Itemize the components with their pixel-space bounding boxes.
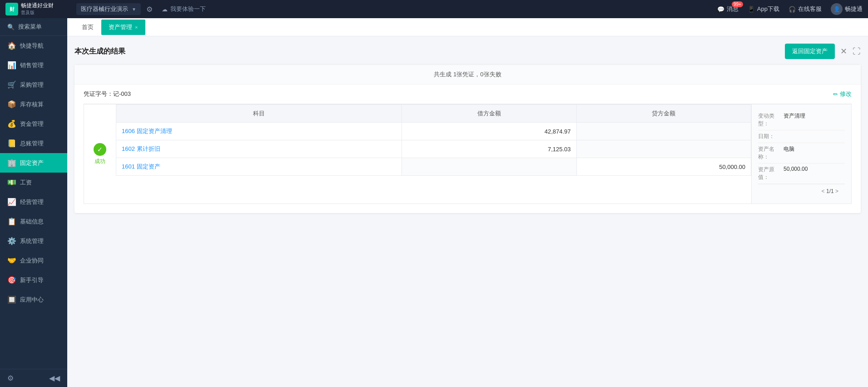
messages-button[interactable]: 💬 消息 99+: [717, 5, 739, 13]
online-service-label: 在线客服: [798, 5, 822, 13]
expand-panel-icon[interactable]: ⛶: [853, 47, 861, 56]
app-center-icon: 🔲: [7, 295, 15, 304]
sidebar-item-label: 资金管理: [20, 120, 44, 128]
success-icon-area: ✓ 成功: [84, 104, 116, 203]
voucher-container: ✓ 成功 科目: [84, 104, 852, 204]
sidebar-item-operations[interactable]: 📈 经营管理: [0, 192, 67, 212]
result-panel: 共生成 1张凭证，0张失败 凭证字号：记-003 ✏ 修改: [74, 64, 861, 213]
prev-page-icon[interactable]: <: [822, 188, 825, 194]
tab-close-icon[interactable]: ×: [135, 25, 138, 30]
row3-debit: [402, 158, 576, 176]
sidebar-item-quick-nav[interactable]: 🏠 快捷导航: [0, 36, 67, 55]
sidebar-item-ledger[interactable]: 📒 总账管理: [0, 134, 67, 153]
app-download-button[interactable]: 📱 App下载: [748, 5, 779, 13]
sidebar-item-funds[interactable]: 💰 资金管理: [0, 114, 67, 134]
row1-debit: 42,874.97: [402, 123, 576, 140]
tab-home[interactable]: 首页: [74, 20, 101, 35]
tab-assets-mgmt[interactable]: 资产管理 ×: [101, 20, 145, 35]
row2-subject: 1602 累计折旧: [116, 140, 402, 158]
sidebar-item-guide[interactable]: 🎯 新手引导: [0, 270, 67, 290]
close-panel-icon[interactable]: ✕: [840, 46, 847, 56]
system-icon: ⚙️: [7, 237, 15, 245]
voucher-header: 凭证字号：记-003 ✏ 修改: [84, 84, 852, 104]
table-row: 1606 固定资产清理 42,874.97: [116, 123, 751, 140]
workspace-settings-icon[interactable]: ⚙: [143, 2, 156, 16]
row2-debit: 7,125.03: [402, 140, 576, 158]
user-menu[interactable]: 👤 畅捷通: [831, 3, 863, 15]
headset-icon: 🎧: [789, 6, 796, 13]
return-button[interactable]: 返回固定资产: [785, 44, 835, 59]
edit-label: 修改: [840, 90, 852, 98]
user-icon: 👤: [833, 6, 840, 12]
workspace-selector[interactable]: 医疗器械行业演示 ▼: [76, 3, 141, 15]
sidebar-item-label: 总账管理: [20, 139, 44, 148]
change-type-label: 变动类型：: [758, 112, 784, 128]
voucher-left-container: ✓ 成功 科目: [84, 104, 751, 203]
info-row-change-type: 变动类型： 资产清理: [758, 110, 845, 130]
online-service-button[interactable]: 🎧 在线客服: [789, 5, 822, 13]
sales-icon: 📊: [7, 61, 15, 69]
summary-text: 共生成 1张凭证，0张失败: [434, 71, 501, 78]
edit-button[interactable]: ✏ 修改: [833, 90, 852, 98]
settings-icon[interactable]: ⚙: [7, 374, 14, 382]
sidebar-item-payroll[interactable]: 💵 工资: [0, 173, 67, 192]
row3-subject: 1601 固定资产: [116, 158, 402, 176]
next-page-icon[interactable]: >: [835, 188, 838, 194]
info-row-date: 日期：: [758, 130, 845, 143]
operations-icon: 📈: [7, 198, 15, 206]
sidebar-footer: ⚙ ◀◀: [0, 369, 67, 387]
change-type-value: 资产清理: [784, 112, 805, 128]
voucher-number: 凭证字号：记-003: [84, 90, 131, 98]
top-header: 财 畅捷通好业财 普及版 医疗器械行业演示 ▼ ⚙ ☁ 我要体验一下 💬 消息 …: [0, 0, 868, 18]
sidebar-item-sales[interactable]: 📊 销售管理: [0, 55, 67, 75]
sidebar-item-system[interactable]: ⚙️ 系统管理: [0, 231, 67, 251]
sidebar-item-fixed-assets[interactable]: 🏢 固定资产: [0, 153, 67, 173]
experience-icon: ☁: [162, 6, 168, 13]
side-info-panel: 变动类型： 资产清理 日期： 资产名称： 电脑: [751, 104, 851, 203]
checkmark-icon: ✓: [97, 146, 103, 153]
original-value-value: 50,000.00: [784, 166, 808, 181]
sidebar-item-inventory[interactable]: 📦 库存核算: [0, 94, 67, 114]
row1-subject: 1606 固定资产清理: [116, 123, 402, 140]
sidebar-item-label: 应用中心: [20, 296, 44, 304]
sidebar-item-enterprise[interactable]: 🤝 企业协同: [0, 251, 67, 270]
experience-label: 我要体验一下: [170, 5, 206, 13]
user-label: 畅捷通: [845, 5, 863, 13]
avatar: 👤: [831, 3, 843, 15]
voucher-table-container: 科目 借方金额 贷方金额 1606 固定资产清理: [116, 104, 751, 203]
asset-name-value: 电脑: [784, 145, 794, 161]
sidebar-item-label: 采购管理: [20, 81, 44, 89]
edit-icon: ✏: [833, 91, 838, 98]
sidebar-item-label: 快捷导航: [20, 42, 44, 50]
sidebar-item-label: 系统管理: [20, 237, 44, 245]
sidebar-search[interactable]: 🔍 搜索菜单: [0, 18, 67, 36]
table-row: 1601 固定资产 50,000.00: [116, 158, 751, 176]
sidebar: 🔍 搜索菜单 🏠 快捷导航 📊 销售管理 🛒 采购管理 📦 库存核算 💰 资金管…: [0, 18, 67, 387]
inventory-icon: 📦: [7, 100, 15, 109]
home-icon: 🏠: [7, 41, 15, 50]
sidebar-item-basic-info[interactable]: 📋 基础信息: [0, 212, 67, 231]
info-row-asset-name: 资产名称： 电脑: [758, 143, 845, 164]
voucher-table: 科目 借方金额 贷方金额 1606 固定资产清理: [116, 104, 751, 176]
page-indicator: 1/1: [826, 188, 835, 194]
sidebar-item-app-center[interactable]: 🔲 应用中心: [0, 290, 67, 309]
sidebar-item-label: 企业协同: [20, 257, 44, 265]
success-circle: ✓: [94, 143, 106, 156]
app-download-label: App下载: [757, 5, 779, 13]
sidebar-item-label: 基础信息: [20, 218, 44, 226]
workspace-arrow-icon: ▼: [132, 7, 136, 12]
col-header-subject: 科目: [116, 105, 402, 123]
messages-badge: 99+: [732, 1, 743, 7]
logo-area: 财 畅捷通好业财 普及版: [5, 2, 73, 16]
experience-button[interactable]: ☁ 我要体验一下: [162, 5, 206, 13]
sidebar-item-purchase[interactable]: 🛒 采购管理: [0, 75, 67, 94]
collapse-icon[interactable]: ◀◀: [49, 374, 60, 382]
ledger-icon: 📒: [7, 139, 15, 148]
tab-assets-mgmt-label: 资产管理: [109, 23, 132, 31]
pagination: < 1/1 >: [758, 184, 845, 198]
original-value-label: 资产原值：: [758, 166, 784, 181]
fixed-assets-icon: 🏢: [7, 159, 15, 167]
page-title: 本次生成的结果: [74, 47, 125, 56]
row3-credit: 50,000.00: [576, 158, 751, 176]
sidebar-item-label: 工资: [20, 179, 32, 187]
